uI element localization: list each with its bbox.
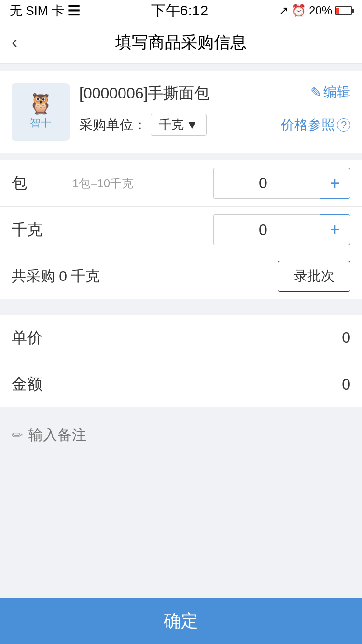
confirm-button[interactable]: 确定 (0, 598, 362, 644)
price-ref-label: 价格参照 (281, 116, 335, 134)
price-section: 单价 0 金额 0 (0, 315, 362, 407)
alarm-icon: ⏰ (292, 4, 306, 17)
back-button[interactable]: ‹ (12, 32, 17, 53)
divider-2 (0, 299, 362, 307)
amount-row: 金额 0 (0, 361, 362, 407)
status-left: 无 SIM 卡 ☰ (10, 2, 80, 19)
bag-quantity-input[interactable] (213, 168, 320, 199)
record-batch-button[interactable]: 录批次 (278, 261, 350, 292)
nav-bar: ‹ 填写商品采购信息 (0, 21, 362, 64)
pencil-icon: ✏ (12, 427, 23, 443)
edit-label: 编辑 (323, 83, 350, 101)
product-info-top: [0000006]手撕面包 ✎ 编辑 (79, 83, 350, 104)
status-right: ↗ ⏰ 20% (279, 4, 352, 17)
remark-section[interactable]: ✏ (0, 415, 362, 455)
battery-percent: 20% (309, 4, 332, 17)
bag-sublabel: 1包=10千克 (72, 176, 133, 191)
amount-value: 0 (342, 376, 350, 393)
content-spacer (0, 455, 362, 598)
input-section: 包 1包=10千克 + 千克 + (0, 160, 362, 253)
bag-label: 包 (12, 173, 70, 194)
unit-price-row: 单价 0 (0, 315, 362, 361)
price-reference-button[interactable]: 价格参照 ? (281, 116, 350, 134)
kg-input-row: 千克 + (0, 207, 362, 253)
edit-button[interactable]: ✎ 编辑 (310, 83, 350, 101)
page-title: 填写商品采购信息 (115, 31, 247, 54)
battery-icon (335, 6, 352, 15)
unit-price-label: 单价 (12, 327, 42, 349)
chevron-down-icon: ▼ (186, 117, 198, 132)
unit-select[interactable]: 千克 ▼ (151, 114, 207, 136)
product-card: 🦉 智十 [0000006]手撕面包 ✎ 编辑 采购单位： 千克 ▼ 价格参照 … (0, 71, 362, 153)
help-icon: ? (337, 118, 350, 132)
bag-input-right: + (213, 168, 350, 199)
product-info: [0000006]手撕面包 ✎ 编辑 采购单位： 千克 ▼ 价格参照 ? (79, 83, 350, 136)
total-value: 0 (59, 268, 67, 284)
status-time: 下午6:12 (151, 1, 208, 21)
unit-value: 千克 (159, 116, 184, 133)
kg-input-right: + (213, 214, 350, 245)
no-sim-text: 无 SIM 卡 ☰ (10, 2, 80, 19)
amount-label: 金额 (12, 374, 42, 395)
product-image: 🦉 智十 (12, 83, 70, 141)
remark-input[interactable] (28, 427, 350, 443)
product-owl-icon: 🦉 (28, 94, 53, 114)
product-name: [0000006]手撕面包 (79, 83, 209, 104)
total-purchase-text: 共采购 0 千克 (12, 266, 100, 286)
total-unit: 千克 (71, 268, 100, 284)
bag-plus-button[interactable]: + (320, 168, 350, 199)
product-info-bottom: 采购单位： 千克 ▼ 价格参照 ? (79, 114, 350, 136)
kg-quantity-input[interactable] (213, 214, 320, 245)
kg-label: 千克 (12, 219, 70, 240)
status-bar: 无 SIM 卡 ☰ 下午6:12 ↗ ⏰ 20% (0, 0, 362, 21)
edit-icon: ✎ (310, 84, 321, 100)
purchase-unit: 采购单位： 千克 ▼ (79, 114, 207, 136)
product-image-label: 智十 (30, 116, 51, 130)
kg-plus-button[interactable]: + (320, 214, 350, 245)
total-label: 共采购 (12, 268, 55, 284)
location-icon: ↗ (279, 4, 289, 17)
total-row: 共采购 0 千克 录批次 (0, 253, 362, 299)
bag-input-row: 包 1包=10千克 + (0, 160, 362, 207)
purchase-unit-label: 采购单位： (79, 116, 147, 134)
divider-1 (0, 153, 362, 160)
unit-price-value: 0 (342, 329, 350, 347)
